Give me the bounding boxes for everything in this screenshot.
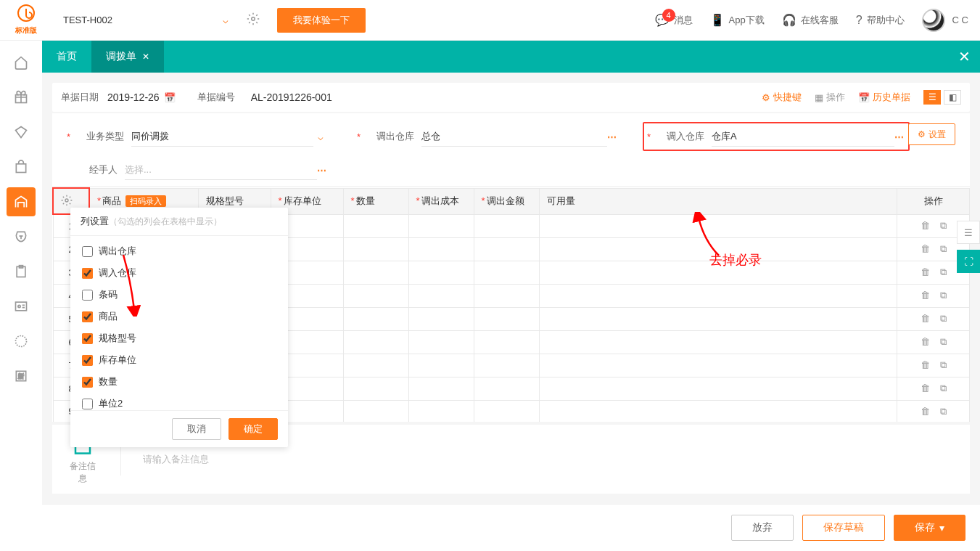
list-view-icon[interactable]: ☰ — [923, 90, 941, 105]
user-name: C C — [952, 15, 968, 25]
cancel-button[interactable]: 取消 — [172, 418, 221, 440]
config-gear-icon[interactable] — [242, 12, 264, 28]
date-value[interactable]: 2019-12-26 — [107, 91, 160, 103]
copy-row-icon[interactable]: ⧉ — [940, 359, 947, 371]
svg-point-7 — [18, 305, 20, 307]
delete-row-icon[interactable]: 🗑 — [921, 290, 930, 301]
column-checkbox[interactable] — [82, 268, 93, 279]
app-download-link[interactable]: 📱 App下载 — [710, 13, 765, 27]
remarks-input[interactable]: 请输入备注信息 — [120, 444, 955, 476]
save-draft-button[interactable]: 保存草稿 — [802, 515, 885, 541]
nav-clipboard[interactable] — [7, 257, 36, 286]
help-center-link[interactable]: ? 帮助中心 — [856, 14, 905, 27]
nav-more[interactable] — [7, 327, 36, 356]
headset-icon: 🎧 — [782, 13, 796, 27]
svg-rect-3 — [16, 164, 25, 173]
ops-link[interactable]: ▦操作 — [815, 91, 845, 104]
tenant-select[interactable]: TEST-H002 ⌵ — [55, 8, 236, 33]
copy-row-icon[interactable]: ⧉ — [940, 266, 947, 278]
scan-entry-button[interactable]: 扫码录入 — [125, 195, 166, 207]
confirm-button[interactable]: 确定 — [228, 418, 278, 440]
column-option[interactable]: 单位2 — [70, 393, 288, 410]
question-icon: ? — [856, 14, 862, 27]
more-icon[interactable]: ⋯ — [894, 131, 905, 142]
avatar[interactable] — [922, 9, 945, 32]
column-checkbox[interactable] — [82, 333, 93, 344]
nav-bag[interactable] — [7, 152, 36, 181]
card-view-icon[interactable]: ◧ — [944, 90, 961, 105]
save-button[interactable]: 保存▾ — [894, 515, 965, 541]
tab-home[interactable]: 首页 — [42, 41, 91, 73]
copy-row-icon[interactable]: ⧉ — [940, 313, 947, 325]
more-icon[interactable]: ⋯ — [317, 165, 328, 176]
col-out-cost: *调出成本 — [408, 188, 474, 214]
delete-row-icon[interactable]: 🗑 — [921, 243, 930, 255]
side-notes-icon[interactable]: ☰ — [957, 221, 980, 244]
column-option[interactable]: 调出仓库 — [70, 240, 288, 262]
nav-contact[interactable] — [7, 292, 36, 321]
more-icon[interactable]: ⋯ — [607, 131, 618, 142]
nav-warehouse[interactable] — [7, 187, 36, 216]
messages-link[interactable]: 💬 消息 4 — [655, 13, 693, 27]
column-checkbox[interactable] — [82, 377, 93, 388]
trial-button[interactable]: 我要体验一下 — [277, 8, 366, 33]
history-link[interactable]: 📅历史单据 — [858, 91, 910, 104]
delete-row-icon[interactable]: 🗑 — [921, 220, 930, 232]
svg-text:新: 新 — [18, 372, 24, 380]
column-checkbox[interactable] — [82, 399, 93, 409]
expand-icon[interactable]: ⛶ — [957, 250, 980, 273]
nav-new[interactable]: 新 — [7, 362, 36, 391]
close-panel-icon[interactable]: ✕ — [948, 41, 980, 73]
chevron-down-icon: ⌵ — [223, 15, 228, 25]
chevron-down-icon[interactable]: ⌵ — [313, 131, 328, 142]
column-option[interactable]: 商品 — [70, 306, 288, 327]
right-rail: ☰ ⛶ — [957, 221, 980, 273]
delete-row-icon[interactable]: 🗑 — [921, 266, 930, 278]
copy-row-icon[interactable]: ⧉ — [940, 336, 947, 348]
column-checkbox[interactable] — [82, 311, 93, 322]
nav-tag[interactable] — [7, 118, 36, 147]
form-area: * 业务类型 同价调拨 ⌵ * 调出仓库 总仓 ⋯ * 调入仓库 仓库A — [52, 113, 970, 186]
delete-row-icon[interactable]: 🗑 — [921, 359, 930, 371]
tab-transfer-order[interactable]: 调拨单 ✕ — [91, 41, 164, 73]
column-option[interactable]: 库存单位 — [70, 349, 288, 371]
copy-row-icon[interactable]: ⧉ — [940, 406, 947, 417]
copy-row-icon[interactable]: ⧉ — [940, 220, 947, 232]
calendar-icon: 📅 — [858, 92, 870, 103]
delete-row-icon[interactable]: 🗑 — [921, 336, 930, 348]
svg-point-1 — [252, 17, 255, 21]
column-option[interactable]: 调入仓库 — [70, 262, 288, 284]
svg-point-11 — [65, 199, 68, 202]
copy-row-icon[interactable]: ⧉ — [940, 243, 947, 255]
nav-home[interactable] — [7, 48, 36, 77]
column-option[interactable]: 条码 — [70, 284, 288, 306]
discard-button[interactable]: 放弃 — [731, 515, 794, 541]
copy-row-icon[interactable]: ⧉ — [940, 290, 947, 301]
col-out-amount: *调出金额 — [474, 188, 539, 214]
out-warehouse-field[interactable]: * 调出仓库 总仓 ⋯ — [357, 126, 618, 147]
edition-label: 标准版 — [10, 25, 42, 36]
brand-icon — [17, 4, 35, 22]
close-tab-icon[interactable]: ✕ — [142, 52, 149, 62]
column-option[interactable]: 数量 — [70, 371, 288, 393]
column-option[interactable]: 规格型号 — [70, 327, 288, 349]
handler-field[interactable]: 经手人 选择... ⋯ — [67, 160, 328, 180]
delete-row-icon[interactable]: 🗑 — [921, 313, 930, 325]
tenant-value: TEST-H002 — [63, 15, 112, 25]
delete-row-icon[interactable]: 🗑 — [921, 383, 930, 394]
shortcut-link[interactable]: ⚙快捷键 — [762, 91, 802, 104]
nav-gift[interactable] — [7, 83, 36, 112]
calendar-icon[interactable]: 📅 — [164, 92, 176, 103]
delete-row-icon[interactable]: 🗑 — [921, 406, 930, 417]
in-warehouse-field[interactable]: * 调入仓库 仓库A ⋯ — [643, 122, 910, 151]
col-available: 可用量 — [539, 188, 897, 214]
column-checkbox[interactable] — [82, 246, 93, 257]
biz-type-field[interactable]: * 业务类型 同价调拨 ⌵ — [67, 126, 328, 147]
column-settings-button[interactable]: ⚙ 设置 — [908, 123, 955, 145]
view-toggle: ☰ ◧ — [923, 90, 961, 105]
nav-money[interactable] — [7, 222, 36, 251]
column-checkbox[interactable] — [82, 355, 93, 366]
online-service-link[interactable]: 🎧 在线客服 — [782, 13, 839, 27]
copy-row-icon[interactable]: ⧉ — [940, 383, 947, 394]
column-checkbox[interactable] — [82, 290, 93, 301]
